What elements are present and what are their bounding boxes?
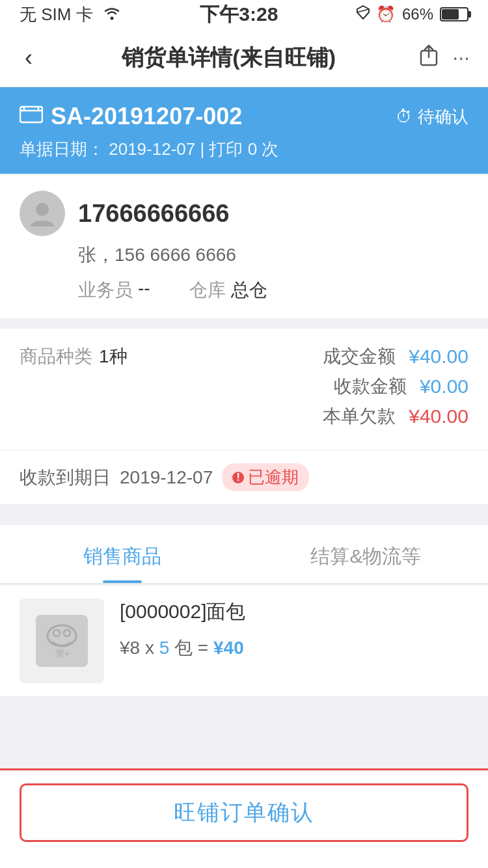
order-date: 2019-12-07 <box>109 139 195 159</box>
tabs-section: 销售商品 结算&物流等 <box>0 525 488 584</box>
warehouse-value: 总仓 <box>231 278 267 303</box>
product-unit: 包 <box>174 638 193 658</box>
svg-point-0 <box>110 16 113 20</box>
battery-text: 66% <box>402 5 433 23</box>
overdue-badge: ! 已逾期 <box>222 463 309 491</box>
svg-text:管+: 管+ <box>55 648 70 658</box>
customer-phone: 17666666666 <box>78 200 229 228</box>
customer-section: 17666666666 张，156 6666 6666 业务员 -- 仓库 总仓 <box>0 175 488 318</box>
status-badge: ⏱ 待确认 <box>396 105 468 128</box>
multiply-sign: x <box>145 638 154 658</box>
kinds-value: 1种 <box>99 344 128 369</box>
product-info: [0000002]面包 ¥8 x 5 包 = ¥40 <box>120 599 468 660</box>
product-thumbnail: 管+ <box>20 599 104 683</box>
salesperson-value: -- <box>138 278 150 303</box>
alarm-icon: ⏰ <box>376 5 396 23</box>
price-value: ¥8 <box>120 638 140 658</box>
nav-actions: ··· <box>418 44 470 72</box>
tab-sales-product[interactable]: 销售商品 <box>0 525 244 583</box>
product-price: ¥8 x 5 包 = ¥40 <box>120 636 468 660</box>
collection-amount: ¥0.00 <box>420 375 468 398</box>
order-number: SA-20191207-002 <box>51 103 242 130</box>
status-bar: 无 SIM 卡 下午3:28 ⏰ 66% <box>0 0 488 29</box>
product-total: ¥40 <box>213 638 244 658</box>
tab-settlement-label: 结算&物流等 <box>310 545 421 567</box>
avatar <box>20 191 65 236</box>
share-button[interactable] <box>418 44 439 72</box>
deal-amount-row: 成交金额 ¥40.00 <box>323 344 468 369</box>
order-id: SA-20191207-002 <box>20 103 242 130</box>
collection-amount-label: 收款金额 <box>334 374 407 399</box>
deal-amount: ¥40.00 <box>409 346 468 368</box>
divider-1 <box>0 318 488 329</box>
equals-sign: = <box>198 638 208 658</box>
status-text: 待确认 <box>418 105 468 128</box>
summary-right: 成交金额 ¥40.00 收款金额 ¥0.00 本单欠款 ¥40.00 <box>323 344 468 434</box>
location-icon <box>357 5 370 23</box>
order-date-row: 单据日期： 2019-12-07 | 打印 0 次 <box>20 138 468 161</box>
deal-amount-label: 成交金额 <box>323 344 396 369</box>
print-info: | 打印 0 次 <box>200 139 278 159</box>
overdue-text: 已逾期 <box>248 466 299 489</box>
wifi-icon <box>102 5 122 25</box>
product-qty: 5 <box>159 638 170 658</box>
tab-settlement[interactable]: 结算&物流等 <box>244 525 488 583</box>
summary-left: 商品种类 1种 <box>20 344 128 369</box>
svg-point-5 <box>53 630 60 636</box>
status-time: 下午3:28 <box>200 1 278 28</box>
battery-icon <box>440 7 468 21</box>
status-clock-icon: ⏱ <box>396 107 413 127</box>
salesperson-item: 业务员 -- <box>78 278 150 303</box>
order-header: SA-20191207-002 ⏱ 待确认 单据日期： 2019-12-07 |… <box>0 87 488 174</box>
status-left: 无 SIM 卡 <box>20 3 122 26</box>
owed-amount-label: 本单欠款 <box>323 404 396 429</box>
owed-amount-row: 本单欠款 ¥40.00 <box>323 404 468 429</box>
product-name-text: 面包 <box>206 601 245 622</box>
product-code: [0000002] <box>120 601 206 622</box>
date-label: 单据日期： <box>20 139 104 159</box>
confirm-order-button[interactable]: 旺铺订单确认 <box>20 783 468 842</box>
salesperson-label: 业务员 <box>78 278 133 303</box>
svg-point-4 <box>47 625 76 646</box>
product-logo: 管+ <box>36 615 88 667</box>
collection-amount-row: 收款金额 ¥0.00 <box>323 374 468 399</box>
back-button[interactable]: ‹ <box>18 38 39 78</box>
bottom-button-wrapper: 旺铺订单确认 <box>0 768 488 868</box>
due-date-label: 收款到期日 <box>20 465 111 490</box>
divider-2 <box>0 504 488 515</box>
warning-icon: ! <box>232 472 244 483</box>
customer-row: 17666666666 <box>20 191 468 236</box>
more-button[interactable]: ··· <box>452 46 470 70</box>
summary-section: 商品种类 1种 成交金额 ¥40.00 收款金额 ¥0.00 本单欠款 ¥40.… <box>0 329 488 450</box>
order-id-row: SA-20191207-002 ⏱ 待确认 <box>20 103 468 130</box>
order-id-icon <box>20 103 43 130</box>
svg-point-6 <box>64 630 70 636</box>
kinds-label: 商品种类 <box>20 344 92 369</box>
owed-amount: ¥40.00 <box>409 405 468 427</box>
page-title: 销货单详情(来自旺铺) <box>122 43 336 73</box>
product-section: 管+ [0000002]面包 ¥8 x 5 包 = ¥40 <box>0 586 488 696</box>
warehouse-label: 仓库 <box>189 278 226 303</box>
carrier-text: 无 SIM 卡 <box>20 3 93 26</box>
product-name: [0000002]面包 <box>120 599 468 625</box>
status-right: ⏰ 66% <box>357 5 468 23</box>
customer-meta: 业务员 -- 仓库 总仓 <box>78 278 468 303</box>
summary-kinds: 商品种类 1种 <box>20 344 128 369</box>
svg-point-3 <box>36 203 49 216</box>
customer-name: 张，156 6666 6666 <box>78 243 468 267</box>
due-section: 收款到期日 2019-12-07 ! 已逾期 <box>0 450 488 504</box>
nav-bar: ‹ 销货单详情(来自旺铺) ··· <box>0 29 488 87</box>
due-date-value: 2019-12-07 <box>120 467 213 488</box>
warehouse-item: 仓库 总仓 <box>189 278 267 303</box>
tab-sales-product-label: 销售商品 <box>83 545 161 567</box>
